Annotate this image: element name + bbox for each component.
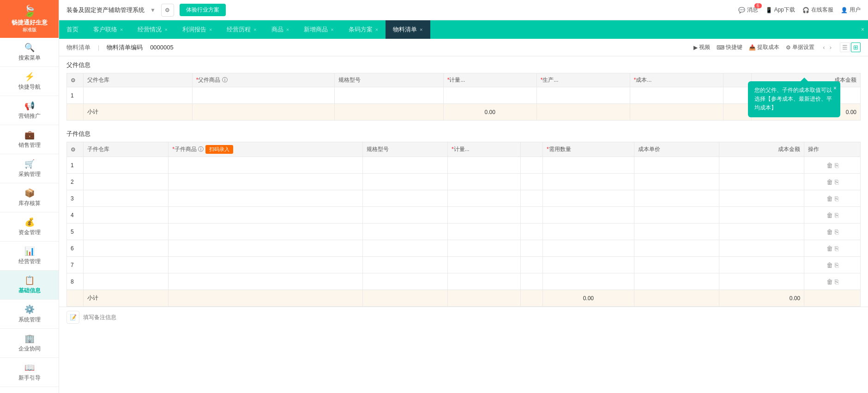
tab-barcode[interactable]: 条码方案 ×: [341, 20, 386, 39]
notes-input[interactable]: [83, 314, 861, 320]
child-row-needed-5[interactable]: [543, 224, 634, 240]
user-button[interactable]: 👤 用户: [841, 6, 861, 14]
delete-icon[interactable]: 🗑: [826, 278, 833, 285]
shortcut-action[interactable]: ⌨ 快捷键: [717, 43, 742, 51]
copy-icon[interactable]: ⎘: [835, 162, 838, 169]
child-row-needed-1[interactable]: [543, 157, 634, 174]
child-row-goods-4[interactable]: [169, 207, 363, 224]
tab-bom[interactable]: 物料清单 ×: [386, 20, 430, 39]
child-row-spec-3[interactable]: [362, 190, 447, 207]
child-row-goods-8[interactable]: [169, 273, 363, 290]
child-row-qty-7[interactable]: [448, 257, 521, 273]
delete-icon[interactable]: 🗑: [826, 228, 833, 236]
copy-icon[interactable]: ⎘: [835, 228, 838, 236]
child-row-qty-4[interactable]: [448, 207, 521, 224]
sidebar-item-sales[interactable]: 💼 销售管理: [0, 125, 59, 154]
copy-icon[interactable]: ⎘: [835, 278, 838, 285]
child-row-warehouse-3[interactable]: [84, 190, 169, 207]
child-row-goods-1[interactable]: [169, 157, 363, 174]
child-row-qty-5[interactable]: [448, 224, 521, 240]
child-row-spec-8[interactable]: [362, 273, 447, 290]
tab-customer[interactable]: 客户联络 ×: [86, 20, 130, 39]
delete-icon[interactable]: 🗑: [826, 178, 833, 186]
copy-icon[interactable]: ⎘: [835, 195, 838, 202]
child-row-spec-2[interactable]: [362, 174, 447, 190]
sidebar-logo[interactable]: 🍃 畅捷通好生意 标准版: [0, 0, 59, 38]
sidebar-item-marketing[interactable]: 📢 营销推广: [0, 96, 59, 125]
child-row-goods-2[interactable]: [169, 174, 363, 190]
child-row-cost-unit-1[interactable]: [634, 157, 719, 174]
child-row-cost-unit-2[interactable]: [634, 174, 719, 190]
child-row-needed-7[interactable]: [543, 257, 634, 273]
child-row-spec-6[interactable]: [362, 240, 447, 257]
child-row-goods-6[interactable]: [169, 240, 363, 257]
child-row-cost-unit-7[interactable]: [634, 257, 719, 273]
delete-icon[interactable]: 🗑: [826, 212, 833, 219]
extract-cost-action[interactable]: 📥 提取成本: [749, 43, 779, 51]
tab-profit-close[interactable]: ×: [209, 27, 212, 32]
parent-row-goods[interactable]: [192, 87, 334, 104]
child-row-spec-7[interactable]: [362, 257, 447, 273]
delete-icon[interactable]: 🗑: [826, 162, 833, 169]
tab-operations-situation[interactable]: 经营情况 ×: [130, 20, 175, 39]
child-row-warehouse-6[interactable]: [84, 240, 169, 257]
child-row-qty-2[interactable]: [448, 174, 521, 190]
tab-bom-close[interactable]: ×: [420, 27, 422, 32]
child-row-warehouse-5[interactable]: [84, 224, 169, 240]
child-row-cost-unit-5[interactable]: [634, 224, 719, 240]
child-row-cost-unit-3[interactable]: [634, 190, 719, 207]
online-service-button[interactable]: 🎧 在线客服: [802, 6, 833, 14]
child-row-goods-7[interactable]: [169, 257, 363, 273]
parent-row-warehouse[interactable]: [84, 87, 193, 104]
sidebar-item-basic-info[interactable]: 📋 基础信息: [0, 271, 59, 300]
sidebar-item-enterprise[interactable]: 🏢 企业协同: [0, 329, 59, 358]
child-row-needed-8[interactable]: [543, 273, 634, 290]
delete-icon[interactable]: 🗑: [826, 245, 833, 252]
copy-icon[interactable]: ⎘: [835, 245, 838, 252]
sidebar-item-system[interactable]: ⚙️ 系统管理: [0, 300, 59, 329]
settings-gear-button[interactable]: ⚙: [161, 4, 174, 17]
child-row-goods-3[interactable]: [169, 190, 363, 207]
parent-row-quantity[interactable]: [443, 87, 536, 104]
message-button[interactable]: 💬 消息 6: [738, 6, 758, 14]
tab-home[interactable]: 首页: [59, 20, 86, 39]
sidebar-item-quick-nav[interactable]: ⚡ 快捷导航: [0, 67, 59, 96]
child-row-qty-3[interactable]: [448, 190, 521, 207]
sidebar-item-search[interactable]: 🔍 搜索菜单: [0, 38, 59, 67]
tab-history[interactable]: 经营历程 ×: [219, 20, 264, 39]
tab-close-all[interactable]: ×: [857, 26, 868, 33]
child-row-spec-1[interactable]: [362, 157, 447, 174]
child-row-cost-unit-4[interactable]: [634, 207, 719, 224]
child-row-warehouse-1[interactable]: [84, 157, 169, 174]
prev-arrow[interactable]: ‹: [821, 43, 826, 52]
tooltip-close-btn[interactable]: ×: [833, 84, 837, 93]
sidebar-item-operations[interactable]: 📊 经营管理: [0, 242, 59, 271]
notes-icon-btn[interactable]: 📝: [66, 311, 79, 324]
child-row-warehouse-7[interactable]: [84, 257, 169, 273]
child-row-spec-4[interactable]: [362, 207, 447, 224]
child-row-needed-2[interactable]: [543, 174, 634, 190]
parent-row-cost[interactable]: [630, 87, 723, 104]
tab-history-close[interactable]: ×: [253, 27, 256, 32]
child-row-needed-4[interactable]: [543, 207, 634, 224]
tab-operations-close[interactable]: ×: [164, 27, 167, 32]
app-download-button[interactable]: 📱 App下载: [766, 6, 795, 14]
tab-profit[interactable]: 利润报告 ×: [175, 20, 219, 39]
child-row-cost-unit-8[interactable]: [634, 273, 719, 290]
child-row-warehouse-2[interactable]: [84, 174, 169, 190]
sidebar-item-finance[interactable]: 💰 资金管理: [0, 212, 59, 242]
delete-icon[interactable]: 🗑: [826, 261, 833, 269]
child-row-cost-unit-6[interactable]: [634, 240, 719, 257]
child-row-needed-3[interactable]: [543, 190, 634, 207]
child-row-spec-5[interactable]: [362, 224, 447, 240]
tab-goods[interactable]: 商品 ×: [264, 20, 296, 39]
sidebar-item-guide[interactable]: 📖 新手引导: [0, 358, 59, 387]
child-row-needed-6[interactable]: [543, 240, 634, 257]
scan-button[interactable]: 扫码录入: [205, 145, 233, 154]
view-action[interactable]: ▶ 视频: [693, 43, 710, 51]
breadcrumb-bom-list[interactable]: 物料清单: [66, 43, 90, 52]
list-view-btn[interactable]: ☰: [840, 42, 850, 52]
tab-barcode-close[interactable]: ×: [375, 27, 378, 32]
single-settings-action[interactable]: ⚙ 单据设置: [786, 43, 814, 51]
child-row-warehouse-8[interactable]: [84, 273, 169, 290]
